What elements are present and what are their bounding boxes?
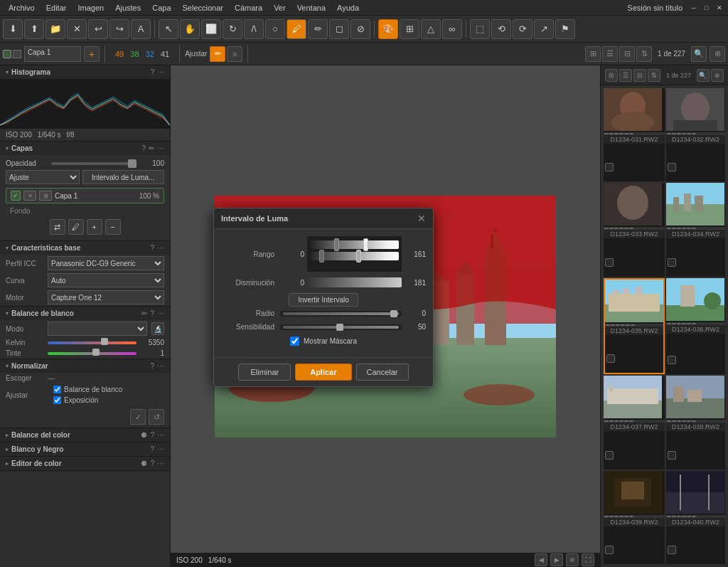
rango-handle-right[interactable] [363,238,368,251]
invert-btn[interactable]: Invertir Intervalo [289,293,358,307]
wb-edit-icon[interactable]: ✏ [141,309,147,317]
layer-1-visibility[interactable]: ✓ [11,191,21,201]
rango-handle-left[interactable] [334,238,339,251]
sort-btn[interactable]: ⇅ [636,46,652,62]
sensibilidad-slider[interactable] [280,324,402,330]
motor-select[interactable]: Capture One 12 [48,290,164,304]
base-char-more-icon[interactable]: ⋯ [157,244,164,252]
menu-imagen[interactable]: Imagen [72,2,109,14]
search-btn[interactable]: 🔍 [691,46,707,62]
color-picker-btn[interactable]: 🎨 [378,19,398,39]
fullscreen-btn[interactable]: ⛶ [582,553,594,566]
thumb-checkbox-2[interactable] [605,258,614,267]
thumb-checkbox-6[interactable] [605,451,614,460]
layers-more-icon[interactable]: ⋯ [157,144,164,152]
circle-tool[interactable]: ○ [265,19,285,39]
export-btn[interactable]: ↗ [534,19,554,39]
thumb-checkbox-0[interactable] [605,163,614,171]
base-char-header[interactable]: ▾ Características base ? ⋯ [0,241,170,255]
frame-btn[interactable]: ⬚ [470,19,490,39]
color-balance-header[interactable]: ▸ Balance del color ⚈ ? ⋯ [0,428,170,442]
histogram-question-icon[interactable]: ? [150,68,154,76]
normalize-reset-btn[interactable]: ↺ [149,409,164,425]
zoom-btn[interactable]: ⊕ [566,553,579,566]
wb-header[interactable]: ▾ Balance de blanco ✏ ? ⋯ [0,307,170,320]
profile-select[interactable]: Panasonic DC-G9 Generic [48,256,164,270]
curve-select[interactable]: Auto [48,273,164,287]
thumbnail-item-0[interactable]: D1234-031.RW2 [604,88,665,181]
layer-paint-tool[interactable]: 🖊 [68,219,84,235]
cb-wb[interactable] [53,386,61,393]
wb-mode-select[interactable] [48,322,147,336]
normalize-apply-btn[interactable]: ✓ [130,409,146,425]
normalize-question-icon[interactable]: ? [150,362,154,370]
pen-tool[interactable]: ✏ [308,19,328,39]
layer-sync-tool[interactable]: ⇄ [50,219,65,235]
menu-ajustes[interactable]: Ajustes [109,2,146,14]
hand-tool[interactable]: ✋ [180,19,200,39]
thumb-checkbox-9[interactable] [668,546,676,554]
search-right-btn[interactable]: 🔍 [697,69,710,82]
rotate-tool[interactable]: ↻ [223,19,242,39]
histogram-more-icon[interactable]: ⋯ [157,68,164,76]
thumb-checkbox-7[interactable] [668,451,676,460]
layer-1-item[interactable]: ✓ ☀ ⊞ Capa 1 100 % [6,188,164,203]
cb-exp[interactable] [53,396,61,404]
thumb-checkbox-1[interactable] [668,163,676,171]
text-btn[interactable]: A [131,19,151,39]
menu-ver[interactable]: Ver [268,2,291,14]
aplicar-btn[interactable]: Aplicar [295,364,351,381]
next-btn[interactable]: ⟳ [513,19,532,39]
thumbnail-item-3[interactable]: D1234-034.RW2 [666,183,725,276]
show-mask-checkbox[interactable] [290,337,299,346]
list-view-right-btn[interactable]: ☰ [619,69,632,82]
color-balance-more-icon[interactable]: ⋯ [157,431,164,439]
thumbnail-item-9[interactable]: D1234-040.RW2 [666,471,725,564]
adjust-alt-btn[interactable]: ≡ [227,46,242,62]
glasses-btn[interactable]: ∞ [442,19,462,39]
grid-view-right-btn[interactable]: ⊞ [605,69,618,82]
normalize-header[interactable]: ▾ Normalizar ? ⋯ [0,359,170,373]
close-file-btn[interactable]: ✕ [67,19,87,39]
rango-handle-bot-right[interactable] [356,250,361,263]
interval-luma-btn[interactable]: Intervalo de Luma... [82,170,165,184]
menu-ventana[interactable]: Ventana [291,2,331,14]
sensibilidad-thumb[interactable] [336,324,343,331]
triangle-btn[interactable]: △ [421,19,441,39]
rango-handle-bot-left[interactable] [319,250,324,263]
prev-btn[interactable]: ⟲ [491,19,511,39]
thumb-checkbox-8[interactable] [605,546,614,554]
color-editor-header[interactable]: ▸ Editor de color ⚈ ? ⋯ [0,457,170,470]
close-btn[interactable]: ✕ [714,3,725,13]
color-editor-more-icon[interactable]: ⋯ [157,460,164,467]
color-editor-question-icon[interactable]: ? [150,460,154,467]
menu-archivo[interactable]: Archivo [3,2,41,14]
layer-select-dropdown[interactable]: Capa 1 [24,46,81,62]
menu-editar[interactable]: Editar [41,2,73,14]
filter-btn[interactable]: ⊕ [710,46,725,62]
thumbnail-item-6[interactable]: D1234-037.RW2 [604,376,665,469]
histogram-header[interactable]: ▾ Histograma ? ⋯ [0,65,170,79]
download-btn[interactable]: ⬇ [3,19,23,39]
thumb-checkbox-5[interactable] [668,356,676,364]
bw-question-icon[interactable]: ? [150,445,154,453]
flag-btn[interactable]: ⚑ [555,19,575,39]
tinte-slider[interactable] [48,352,136,355]
upload-btn[interactable]: ⬆ [24,19,44,39]
cursor-tool[interactable]: ↖ [159,19,178,39]
layers-header[interactable]: ▾ Capas ? ✏ ⋯ [0,142,170,155]
adjust-active-btn[interactable]: ✏ [210,46,225,62]
fill-tool[interactable]: ⊘ [350,19,370,39]
radio-thumb[interactable] [390,310,397,317]
rango-slider-container[interactable] [307,236,402,272]
detail-view-btn[interactable]: ⊟ [619,46,635,62]
thumb-checkbox-3[interactable] [668,258,676,267]
wb-more-icon[interactable]: ⋯ [157,309,164,317]
bw-header[interactable]: ▸ Blanco y Negro ? ⋯ [0,443,170,456]
prev-photo-btn[interactable]: ◀ [535,553,547,566]
kelvin-slider[interactable] [48,341,136,344]
rect-tool[interactable]: ⬜ [201,19,221,39]
bw-more-icon[interactable]: ⋯ [157,445,164,453]
wb-dropper-btn[interactable]: 🔬 [151,322,164,335]
thumbnail-item-4[interactable]: D1234-035.RW2 [604,278,665,374]
